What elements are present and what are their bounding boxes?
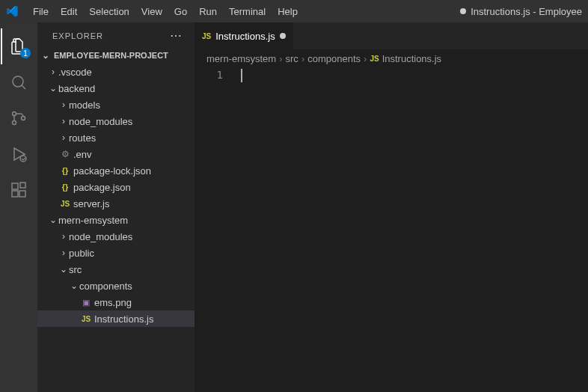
- svg-rect-9: [19, 191, 25, 197]
- chevron-right-icon: ›: [58, 248, 69, 258]
- chevron-down-icon: ⌄: [58, 264, 69, 275]
- menu-file[interactable]: File: [27, 0, 55, 22]
- activity-search[interactable]: [1, 64, 37, 100]
- workspace-name: EMPLOYEE-MERN-PROJECT: [54, 51, 168, 60]
- tree-file-server-js[interactable]: JSserver.js: [37, 195, 195, 212]
- sidebar-more-icon[interactable]: ⋯: [170, 28, 183, 43]
- js-icon: JS: [370, 55, 379, 63]
- json-icon: {}: [58, 166, 72, 175]
- sidebar-title: EXPLORER: [52, 31, 103, 40]
- window-title: Instructions.js - Employee: [304, 6, 588, 17]
- svg-line-1: [22, 85, 25, 89]
- svg-rect-7: [12, 183, 18, 189]
- svg-point-3: [13, 121, 16, 125]
- dirty-indicator-icon: [280, 33, 286, 39]
- chevron-right-icon: ›: [301, 53, 304, 64]
- js-icon: JS: [79, 315, 93, 323]
- svg-rect-8: [12, 191, 18, 197]
- svg-point-0: [13, 76, 23, 87]
- chevron-right-icon: ›: [48, 67, 58, 77]
- tab-instructions-js[interactable]: JS Instructions.js: [195, 22, 294, 49]
- svg-point-4: [22, 117, 25, 120]
- activity-explorer[interactable]: 1: [1, 28, 37, 64]
- activity-source-control[interactable]: [1, 100, 37, 136]
- tree-folder-models[interactable]: ›models: [37, 97, 195, 113]
- tree-folder-public[interactable]: ›public: [37, 245, 195, 261]
- menu-go[interactable]: Go: [168, 0, 193, 22]
- dirty-indicator-icon: [460, 8, 466, 14]
- chevron-right-icon: ›: [58, 132, 69, 143]
- tree-folder-routes[interactable]: ›routes: [37, 129, 195, 146]
- line-number: 1: [195, 69, 223, 81]
- editor-body[interactable]: 1: [195, 67, 588, 392]
- js-icon: JS: [58, 200, 72, 208]
- menu-selection[interactable]: Selection: [83, 0, 135, 22]
- chevron-right-icon: ›: [364, 53, 367, 64]
- menu-edit[interactable]: Edit: [55, 0, 83, 22]
- chevron-down-icon: ⌄: [69, 281, 79, 291]
- chevron-right-icon: ›: [58, 99, 69, 110]
- js-icon: JS: [202, 32, 211, 40]
- tree-folder-components[interactable]: ⌄components: [37, 278, 195, 294]
- chevron-right-icon: ›: [58, 231, 69, 242]
- activity-extensions[interactable]: [1, 172, 37, 208]
- tree-file-instructions-js[interactable]: JSInstructions.js: [37, 310, 195, 327]
- breadcrumbs: mern-emsystem › src › components › JS In…: [195, 49, 588, 67]
- crumb-src[interactable]: src: [286, 53, 298, 64]
- crumb-mern-emsystem[interactable]: mern-emsystem: [206, 53, 276, 64]
- tree-file-ems-png[interactable]: ▣ems.png: [37, 294, 195, 310]
- activity-run-debug[interactable]: [1, 136, 37, 172]
- file-tree: ›.vscode ⌄backend ›models ›node_modules …: [37, 62, 195, 327]
- tree-folder-vscode[interactable]: ›.vscode: [37, 64, 195, 80]
- menu-bar: File Edit Selection View Go Run Terminal…: [0, 0, 588, 22]
- text-cursor-icon: [241, 69, 242, 82]
- menu-terminal[interactable]: Terminal: [223, 0, 272, 22]
- chevron-down-icon: ⌄: [48, 215, 58, 225]
- code-area[interactable]: [241, 67, 588, 392]
- chevron-down-icon: ⌄: [48, 83, 58, 94]
- tree-folder-backend[interactable]: ⌄backend: [37, 80, 195, 97]
- line-gutter: 1: [195, 67, 241, 392]
- tree-folder-mern-emsystem[interactable]: ⌄mern-emsystem: [37, 212, 195, 228]
- gear-icon: ⚙: [58, 149, 72, 159]
- svg-rect-10: [20, 183, 25, 188]
- tree-file-package-json[interactable]: {}package.json: [37, 179, 195, 195]
- sidebar: EXPLORER ⋯ ⌄ EMPLOYEE-MERN-PROJECT ›.vsc…: [37, 22, 195, 392]
- explorer-section-header[interactable]: ⌄ EMPLOYEE-MERN-PROJECT: [37, 49, 195, 62]
- tree-folder-src[interactable]: ⌄src: [37, 261, 195, 278]
- tree-folder-node-modules-2[interactable]: ›node_modules: [37, 228, 195, 245]
- tree-folder-node-modules[interactable]: ›node_modules: [37, 113, 195, 129]
- image-icon: ▣: [79, 298, 93, 307]
- chevron-right-icon: ›: [279, 53, 282, 64]
- crumb-instructions-js[interactable]: Instructions.js: [382, 53, 441, 64]
- vscode-logo-icon: [6, 5, 18, 17]
- crumb-components[interactable]: components: [307, 53, 361, 64]
- tree-file-package-lock[interactable]: {}package-lock.json: [37, 162, 195, 179]
- editor-area: JS Instructions.js mern-emsystem › src ›…: [195, 22, 588, 392]
- activity-bar: 1: [0, 22, 37, 392]
- explorer-badge: 1: [20, 48, 31, 58]
- chevron-right-icon: ›: [58, 116, 69, 126]
- window-title-text: Instructions.js - Employee: [471, 6, 582, 17]
- json-icon: {}: [58, 183, 72, 192]
- sidebar-header: EXPLORER ⋯: [37, 22, 195, 49]
- menu-run[interactable]: Run: [193, 0, 223, 22]
- svg-point-2: [13, 112, 16, 116]
- tree-file-env[interactable]: ⚙.env: [37, 146, 195, 162]
- menu-help[interactable]: Help: [272, 0, 304, 22]
- tab-label: Instructions.js: [215, 31, 275, 42]
- chevron-down-icon: ⌄: [40, 50, 51, 61]
- menu-view[interactable]: View: [135, 0, 168, 22]
- editor-tabs: JS Instructions.js: [195, 22, 588, 49]
